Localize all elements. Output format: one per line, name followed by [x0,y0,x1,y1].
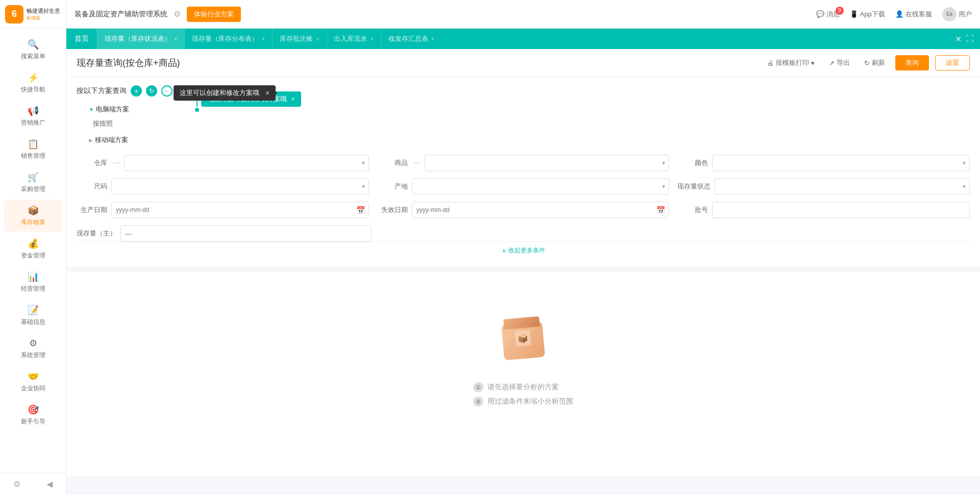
goods-field: 商品 ··· [377,155,670,171]
tab-receive-summary[interactable]: 收发存汇总表 × [381,29,442,49]
tab-close-receive-summary[interactable]: × [431,36,434,42]
page-actions: 🖨 按模板打印 ▾ ↗ 导出 ↻ 刷新 查询 设置 [763,55,970,70]
filter-row-2: 尺码 产地 现存量状态 [77,178,970,195]
tab-close-inventory-status[interactable]: × [174,36,177,42]
color-select[interactable] [712,155,970,171]
calendar-icon-expiry[interactable]: 📅 [656,206,665,214]
content-area: 📦 ① 请先选择要分析的方案 ② 用过滤条件来缩小分析范围 [66,272,980,476]
tooltip-green-close[interactable]: × [291,95,295,103]
goods-dots[interactable]: ··· [414,158,421,168]
guide-icon: 🎯 [28,404,39,415]
online-support-button[interactable]: 👤 在线客服 [895,10,932,19]
tab-close-all-icon[interactable]: ✕ [955,34,962,44]
sidebar-item-marketing[interactable]: 📢 营销推广 [4,100,62,132]
sidebar-item-quick[interactable]: ⚡ 快捷导航 [4,67,62,99]
operations-icon: 📊 [28,271,39,282]
sidebar-item-purchase[interactable]: 🛒 采购管理 [4,167,62,199]
sidebar-nav: 🔍 搜索菜单 ⚡ 快捷导航 📢 营销推广 📋 销售管理 🛒 采购管理 📦 库存核… [0,29,66,473]
chevron-down-icon: ▼ [89,107,94,112]
empty-state: 📦 ① 请先选择要分析的方案 ② 用过滤条件来缩小分析范围 [66,272,980,447]
refresh-scheme-button[interactable]: ↻ [146,85,157,97]
tab-in-out-flow[interactable]: 出入库流水 × [326,29,380,49]
message-icon: 💬 [816,10,824,18]
main-content: 现存量查询(按仓库+商品) 🖨 按模板打印 ▾ ↗ 导出 ↻ 刷新 查询 设置 [66,49,980,495]
print-icon: 🖨 [767,59,774,67]
user-menu[interactable]: Ea 用户 [942,7,972,21]
message-badge: 9 [836,7,844,15]
warehouse-field: 仓库 ··· [77,155,369,171]
stock-status-field: 现存量状态 [677,178,970,195]
scheme-section-desktop[interactable]: ▼ 电脑端方案 [81,102,179,117]
size-select[interactable] [111,178,369,195]
color-field: 颜色 [677,155,970,171]
goods-select[interactable] [425,155,669,171]
filter-row-3: 生产日期 📅 失效日期 📅 批号 [77,202,970,218]
sidebar-item-guide[interactable]: 🎯 新手引导 [4,399,62,431]
enterprise-icon: 🤝 [28,371,39,382]
export-button[interactable]: ↗ 导出 [825,56,854,69]
tab-inventory-dist[interactable]: 现存量（库存分布表） × [184,29,272,49]
sidebar-item-finance[interactable]: 💰 资金管理 [4,233,62,265]
sidebar-item-inventory[interactable]: 📦 库存核算 [4,200,62,232]
sidebar-item-operations[interactable]: 📊 经营管理 [4,266,62,298]
tab-close-inventory-dist[interactable]: × [261,36,264,42]
scheme-section-mobile[interactable]: ▶ 移动端方案 [81,132,179,148]
origin-field: 产地 [377,178,670,195]
logo-text: 畅捷通好生意 标准版 [27,7,60,21]
expiry-date-input[interactable] [412,202,670,218]
sidebar-item-enterprise[interactable]: 🤝 企业协同 [4,366,62,398]
back-scheme-button[interactable]: ← [161,85,173,97]
user-avatar: Ea [942,7,957,21]
collapse-filter-button[interactable]: ∧ 收起更多条件 [77,242,970,259]
sidebar-logo: 6 畅捷通好生意 标准版 [0,0,66,29]
tooltip-dark-close[interactable]: × [265,89,270,97]
sidebar-item-sales[interactable]: 📋 销售管理 [4,133,62,166]
collapse-sidebar-icon[interactable]: ◀ [46,479,53,489]
batch-no-input[interactable] [712,202,970,218]
stock-status-select[interactable] [715,178,970,195]
warehouse-dots[interactable]: ··· [113,158,120,168]
refresh-icon: ↻ [864,59,870,67]
app-download-button[interactable]: 📱 App下载 [850,10,885,19]
phone-icon: 📱 [850,10,858,18]
tab-batch-account[interactable]: 库存批次账 × [272,29,326,49]
sidebar-item-search[interactable]: 🔍 搜索菜单 [4,34,62,66]
empty-illustration: 📦 [493,313,554,374]
scheme-item-按照[interactable]: 按按照 [89,117,179,130]
empty-step-1: ① 请先选择要分析的方案 [473,382,573,392]
basic-icon: 📝 [28,304,39,316]
warehouse-select[interactable] [124,155,369,171]
gear-icon[interactable]: ⚙ [174,9,181,19]
sidebar-bottom: ⚙ ◀ [0,473,66,495]
tab-inventory-status[interactable]: 现存量（库存状况表） × [97,29,184,49]
refresh-button[interactable]: ↻ 刷新 [860,56,889,69]
filter-row-4: 现存量（主） [77,225,970,242]
logo-icon: 6 [5,5,23,23]
reset-button[interactable]: 设置 [935,55,970,70]
sidebar-item-system[interactable]: ⚙ 系统管理 [4,333,62,365]
inventory-icon: 📦 [28,205,39,216]
origin-select[interactable] [412,178,670,195]
marketing-icon: 📢 [28,105,39,116]
tab-close-batch-account[interactable]: × [316,36,319,42]
message-button[interactable]: 💬 消息 9 [816,10,840,19]
chevron-up-icon: ∧ [502,247,506,254]
page-title: 现存量查询(按仓库+商品) [77,57,180,69]
finance-icon: 💰 [28,238,39,249]
print-button[interactable]: 🖨 按模板打印 ▾ [763,56,819,69]
lightning-icon: ⚡ [28,72,39,83]
tab-home[interactable]: 首页 [66,29,97,49]
add-scheme-button[interactable]: + [131,85,142,97]
settings-bottom-icon[interactable]: ⚙ [13,479,20,489]
industry-button[interactable]: 体验行业方案 [187,7,241,22]
calendar-icon-production[interactable]: 📅 [356,206,365,214]
query-button[interactable]: 查询 [895,55,929,70]
dot-indicator-bottom [195,108,199,112]
tab-close-in-out-flow[interactable]: × [370,36,373,42]
production-date-input[interactable] [111,202,369,218]
stock-main-input[interactable] [120,225,372,242]
tab-expand-icon[interactable]: ⛶ [966,34,974,43]
system-icon: ⚙ [29,338,37,349]
sidebar-item-basic[interactable]: 📝 基础信息 [4,299,62,332]
system-name: 装备及固定资产辅助管理系统 [75,10,167,19]
